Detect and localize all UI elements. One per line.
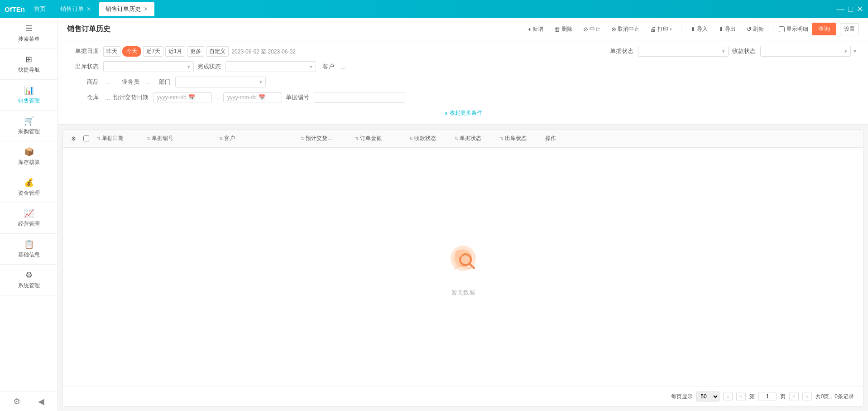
- order-status-select-wrap: [638, 46, 729, 57]
- sidebar-item-operations[interactable]: 📈 经营管理: [0, 203, 58, 234]
- th-customer-sort-icon: ⇅: [219, 136, 223, 141]
- close-tab-sales-order[interactable]: ✕: [86, 6, 91, 12]
- tab-home[interactable]: 首页: [28, 2, 52, 16]
- warehouse-label: 仓库: [67, 93, 103, 102]
- sidebar-label-system: 系统管理: [18, 282, 40, 290]
- last-page-button[interactable]: »: [802, 392, 812, 401]
- stop-label: 中止: [590, 25, 600, 33]
- order-no-input[interactable]: [314, 92, 404, 103]
- query-button[interactable]: 查询: [812, 23, 836, 35]
- print-icon: 🖨: [650, 26, 656, 33]
- sidebar-item-basic-info[interactable]: 📋 基础信息: [0, 234, 58, 265]
- cancel-stop-icon: ⊗: [611, 26, 616, 33]
- prev-page-button[interactable]: <: [736, 392, 746, 401]
- date-btn-1month[interactable]: 近1月: [165, 46, 186, 57]
- th-status-label: 单据状态: [460, 135, 481, 142]
- sidebar-collapse-icon[interactable]: ◀: [38, 396, 44, 406]
- select-all-checkbox[interactable]: [83, 135, 89, 141]
- close-window-button[interactable]: ✕: [857, 4, 863, 14]
- outbound-status-label: 出库状态: [67, 63, 103, 71]
- collapse-button[interactable]: ∧ 收起更多条件: [67, 107, 859, 119]
- cancel-stop-button[interactable]: ⊗ 取消中止: [608, 24, 643, 35]
- complete-status-select-wrap: [225, 61, 316, 72]
- sidebar-item-purchase[interactable]: 🛒 采购管理: [0, 111, 58, 141]
- delete-label: 删除: [561, 25, 572, 33]
- sidebar-label-finance: 资金管理: [18, 189, 40, 197]
- collapse-label: 收起更多条件: [450, 109, 482, 117]
- date-btn-more[interactable]: 更多: [187, 46, 204, 57]
- delivery-date-from[interactable]: yyyy-mm-dd 📅: [153, 92, 212, 102]
- total-records-text: 共0页，0条记录: [815, 393, 854, 401]
- table-area: ⚙ ⇅ 单据日期 ⇅ 单据编号 ⇅ 客户 ⇅: [62, 129, 863, 406]
- new-icon: +: [528, 26, 531, 33]
- goods-picker[interactable]: ...: [103, 77, 112, 87]
- print-button[interactable]: 🖨 打印 ▾: [647, 24, 676, 35]
- sidebar-item-inventory[interactable]: 📦 库存核算: [0, 141, 58, 172]
- date-btn-custom[interactable]: 自定义: [206, 46, 229, 57]
- sidebar-item-sales[interactable]: 📊 销售管理: [0, 80, 58, 111]
- payment-status-select-wrap: [760, 46, 851, 57]
- inventory-icon: 📦: [24, 147, 34, 157]
- display-detail-checkbox[interactable]: [779, 26, 785, 32]
- table-header: ⚙ ⇅ 单据日期 ⇅ 单据编号 ⇅ 客户 ⇅: [63, 130, 863, 148]
- salesman-picker[interactable]: ...: [144, 77, 153, 87]
- filter-row-1: 单据日期 昨天 今天 近7天 近1月 更多 自定义 2023-06-02 至 2…: [67, 46, 859, 57]
- th-outbound-status: ⇅ 出库状态: [496, 135, 542, 142]
- tab-sales-order-history[interactable]: 销售订单历史 ✕: [99, 2, 154, 16]
- stop-button[interactable]: ⊘ 中止: [580, 24, 604, 35]
- import-label: 导入: [697, 25, 708, 33]
- customer-picker[interactable]: ...: [339, 62, 348, 71]
- sidebar-label-sales: 销售管理: [18, 97, 40, 105]
- settings-button[interactable]: 设置: [840, 23, 859, 35]
- dept-select-wrap: [175, 77, 266, 87]
- tab-sales-order[interactable]: 销售订单 ✕: [54, 2, 97, 16]
- basic-info-icon: 📋: [24, 239, 34, 249]
- order-status-select[interactable]: [638, 46, 729, 57]
- outbound-status-select[interactable]: [103, 61, 194, 72]
- sidebar: ☰ 搜索菜单 ⊞ 快捷导航 📊 销售管理 🛒 采购管理 📦 库存核算 💰 资金管…: [0, 18, 58, 411]
- date-separator: —: [215, 94, 221, 101]
- refresh-button[interactable]: ↺ 刷新: [743, 24, 767, 35]
- import-button[interactable]: ⬆ 导入: [687, 24, 711, 35]
- sidebar-item-system[interactable]: ⚙ 系统管理: [0, 265, 58, 295]
- quick-nav-icon: ⊞: [25, 54, 32, 64]
- th-amount-sort-icon: ⇅: [355, 136, 359, 141]
- delivery-date-from-text: yyyy-mm-dd: [157, 94, 187, 101]
- complete-status-label: 完成状态: [194, 63, 225, 71]
- filter-row-3: 商品 ... 业务员 ... 部门: [67, 77, 859, 87]
- warehouse-picker[interactable]: ...: [103, 93, 112, 102]
- page-size-select[interactable]: 20 50 100: [696, 392, 719, 401]
- maximize-button[interactable]: □: [848, 5, 853, 14]
- delivery-date-to[interactable]: yyyy-mm-dd 📅: [223, 92, 282, 102]
- sidebar-item-search[interactable]: ☰ 搜索菜单: [0, 18, 58, 49]
- new-button[interactable]: + 新增: [524, 24, 547, 35]
- date-range-display: 2023-06-02 至 2023-06-02: [231, 47, 295, 56]
- date-btn-today[interactable]: 今天: [122, 46, 141, 57]
- th-settings[interactable]: ⚙: [67, 135, 80, 142]
- date-btn-7days[interactable]: 近7天: [143, 46, 163, 57]
- sidebar-settings-icon[interactable]: ⚙: [13, 396, 20, 406]
- delete-button[interactable]: 🗑 删除: [551, 24, 576, 35]
- first-page-button[interactable]: «: [723, 392, 733, 401]
- sidebar-item-finance[interactable]: 💰 资金管理: [0, 172, 58, 203]
- th-outbound-sort-icon: ⇅: [500, 136, 504, 141]
- page-number-input[interactable]: [758, 392, 777, 401]
- close-tab-sales-order-history[interactable]: ✕: [144, 6, 148, 12]
- complete-status-select[interactable]: [225, 61, 316, 72]
- salesman-label: 业务员: [112, 78, 144, 86]
- dept-select[interactable]: [175, 77, 266, 87]
- th-date-label: 单据日期: [102, 135, 124, 142]
- sidebar-item-quick-nav[interactable]: ⊞ 快捷导航: [0, 49, 58, 80]
- table-settings-icon: ⚙: [71, 135, 76, 142]
- date-btn-yesterday[interactable]: 昨天: [103, 46, 120, 57]
- filter-area: 单据日期 昨天 今天 近7天 近1月 更多 自定义 2023-06-02 至 2…: [58, 40, 868, 125]
- th-payment-sort-icon: ⇅: [409, 136, 413, 141]
- payment-status-select[interactable]: [760, 46, 851, 57]
- th-delivery-label: 预计交货...: [306, 135, 332, 142]
- empty-text: 暂无数据: [451, 289, 475, 297]
- minimize-button[interactable]: —: [836, 5, 844, 14]
- th-status-sort-icon: ⇅: [455, 136, 458, 141]
- next-page-button[interactable]: >: [789, 392, 799, 401]
- export-button[interactable]: ⬇ 导出: [715, 24, 739, 35]
- date-filter-label: 单据日期: [67, 47, 103, 55]
